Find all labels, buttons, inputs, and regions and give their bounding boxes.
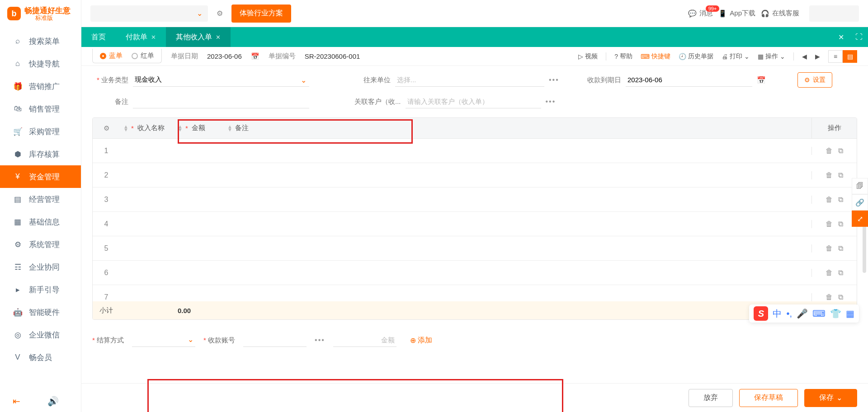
ime-tool-icon[interactable]: ▦ — [846, 308, 854, 319]
sidebar-item-quicknav[interactable]: ⌂快捷导航 — [0, 52, 81, 75]
save-draft-button[interactable]: 保存草稿 — [739, 389, 798, 407]
copy-row-icon[interactable]: ⧉ — [838, 196, 843, 204]
copy-row-icon[interactable]: ⧉ — [838, 147, 843, 155]
ime-toolbar[interactable]: S 中 •, 🎤 ⌨ 👕 ▦ — [749, 304, 859, 323]
calendar-icon[interactable]: 📅 — [757, 76, 766, 84]
bill-date-value[interactable]: 2023-06-06 — [207, 52, 242, 60]
sidebar-item-inventory[interactable]: ⬢库存核算 — [0, 143, 81, 165]
table-row[interactable]: 2🗑⧉ — [93, 163, 857, 187]
add-settlement-button[interactable]: ⊕添加 — [410, 336, 432, 345]
col-amount[interactable]: ▲▼*金额 — [174, 118, 224, 138]
sidebar-item-purchase[interactable]: 🛒采购管理 — [0, 120, 81, 143]
ime-mic-icon[interactable]: 🎤 — [797, 308, 808, 319]
sidebar-item-member[interactable]: V畅会员 — [0, 346, 81, 369]
sidebar-item-coop[interactable]: ☶企业协同 — [0, 256, 81, 278]
org-selector[interactable]: ⌄ — [90, 5, 208, 22]
table-row[interactable]: 7🗑⧉ — [93, 285, 857, 301]
copy-row-icon[interactable]: ⧉ — [838, 220, 843, 228]
view-form-button[interactable]: ▤ — [843, 50, 857, 63]
support-link[interactable]: 🎧 在线客服 — [761, 9, 799, 18]
copy-row-icon[interactable]: ⧉ — [838, 269, 843, 277]
tab-payment[interactable]: 付款单✕ — [116, 27, 166, 47]
printer-icon: 🖨 — [722, 53, 728, 60]
close-icon[interactable]: ✕ — [151, 34, 156, 41]
sidebar-item-finance[interactable]: ¥资金管理 — [0, 165, 81, 188]
table-row[interactable]: 4🗑⧉ — [93, 212, 857, 236]
delete-row-icon[interactable]: 🗑 — [826, 244, 833, 253]
table-row[interactable]: 5🗑⧉ — [93, 236, 857, 261]
biz-type-select[interactable]: ⌄ — [133, 73, 309, 87]
video-link[interactable]: ▷视频 — [578, 52, 598, 61]
settle-method-input[interactable] — [132, 333, 195, 347]
float-expand-icon[interactable]: ⤢ — [852, 211, 868, 227]
user-menu[interactable] — [809, 5, 859, 22]
calendar-icon[interactable]: 📅 — [251, 52, 259, 61]
account-input[interactable] — [243, 333, 307, 347]
delete-row-icon[interactable]: 🗑 — [826, 220, 833, 228]
float-link-icon[interactable]: 🔗 — [852, 194, 868, 211]
messages-link[interactable]: 💬 消息 99+ — [688, 9, 713, 18]
delete-row-icon[interactable]: 🗑 — [826, 196, 833, 204]
ime-lang-label[interactable]: 中 — [773, 308, 782, 320]
history-link[interactable]: 🕘历史单据 — [679, 52, 713, 61]
settle-amount-input[interactable] — [333, 333, 396, 347]
col-income-name[interactable]: ▲▼*收入名称 — [120, 118, 174, 138]
sidebar-item-operation[interactable]: ▤经营管理 — [0, 188, 81, 211]
sound-icon[interactable]: 🔊 — [47, 396, 59, 407]
col-remark[interactable]: ▲▼备注 — [224, 118, 811, 138]
party-input[interactable] — [395, 73, 544, 87]
more-icon[interactable]: ••• — [546, 98, 556, 106]
help-link[interactable]: ?帮助 — [614, 52, 632, 61]
page-settings-button[interactable]: ⚙设置 — [797, 72, 832, 88]
close-icon[interactable]: ✕ — [216, 34, 221, 41]
sidebar-item-guide[interactable]: ▸新手引导 — [0, 278, 81, 301]
message-icon: 💬 — [688, 9, 697, 18]
delete-row-icon[interactable]: 🗑 — [826, 171, 833, 179]
save-button[interactable]: 保存⌄ — [804, 389, 857, 407]
print-link[interactable]: 🖨打印⌄ — [722, 52, 750, 61]
gear-icon[interactable]: ⚙ — [104, 124, 109, 132]
app-download-link[interactable]: 📱 App下载 — [718, 9, 755, 18]
float-doc-icon[interactable]: 🗐 — [852, 178, 868, 194]
delete-row-icon[interactable]: 🗑 — [826, 269, 833, 277]
tab-other-income[interactable]: 其他收入单✕ — [166, 27, 231, 47]
copy-row-icon[interactable]: ⧉ — [838, 293, 843, 301]
radio-blue[interactable]: 蓝单 — [100, 52, 123, 60]
radio-red[interactable]: 红单 — [132, 52, 154, 60]
biz-type-input[interactable] — [133, 73, 309, 87]
settings-icon[interactable]: ⚙ — [213, 7, 226, 20]
due-date-input[interactable] — [626, 73, 752, 87]
customer-input[interactable] — [406, 95, 541, 108]
sidebar-item-marketing[interactable]: 🎁营销推广 — [0, 75, 81, 98]
table-row[interactable]: 1🗑⧉ — [93, 139, 857, 163]
view-list-button[interactable]: ≡ — [828, 50, 843, 63]
more-icon[interactable]: ••• — [549, 76, 559, 84]
sidebar-item-baseinfo[interactable]: ▦基础信息 — [0, 211, 81, 233]
more-icon[interactable]: ••• — [315, 336, 325, 344]
ops-link[interactable]: ▦操作⌄ — [758, 52, 785, 61]
sidebar-item-hardware[interactable]: 🤖智能硬件 — [0, 301, 81, 323]
copy-row-icon[interactable]: ⧉ — [838, 244, 843, 253]
tab-home[interactable]: 首页 — [81, 27, 116, 47]
table-row[interactable]: 3🗑⧉ — [93, 187, 857, 212]
ime-keyboard-icon[interactable]: ⌨ — [812, 308, 826, 319]
ime-punct-icon[interactable]: •, — [786, 309, 792, 319]
try-industry-button[interactable]: 体验行业方案 — [231, 5, 291, 23]
fullscreen-icon[interactable]: ⛶ — [850, 27, 868, 47]
table-row[interactable]: 6🗑⧉ — [93, 261, 857, 285]
close-all-icon[interactable]: ✕ — [832, 27, 850, 47]
delete-row-icon[interactable]: 🗑 — [826, 293, 833, 301]
sidebar-item-search[interactable]: ⌕搜索菜单 — [0, 30, 81, 52]
shortcut-link[interactable]: ⌨快捷键 — [641, 52, 670, 61]
ime-skin-icon[interactable]: 👕 — [830, 308, 841, 319]
sidebar-item-sales[interactable]: 🛍销售管理 — [0, 98, 81, 120]
sidebar-item-system[interactable]: ⚙系统管理 — [0, 233, 81, 256]
prev-button[interactable]: ◀ — [802, 53, 807, 60]
remark-input[interactable] — [133, 95, 309, 108]
delete-row-icon[interactable]: 🗑 — [826, 147, 833, 155]
sidebar-item-wechat[interactable]: ◎企业微信 — [0, 323, 81, 346]
collapse-icon[interactable]: ⇤ — [13, 396, 20, 407]
discard-button[interactable]: 放弃 — [689, 389, 733, 407]
next-button[interactable]: ▶ — [815, 53, 820, 60]
copy-row-icon[interactable]: ⧉ — [838, 171, 843, 179]
